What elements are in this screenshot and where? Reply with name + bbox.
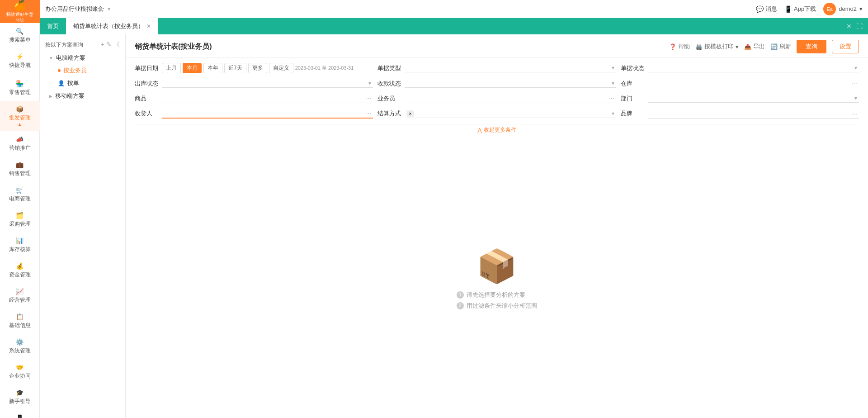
header-right: 💬 消息 📱 App下载 Ea demo2 ▾ — [756, 3, 863, 15]
filter-docstatus-cell: 单据状态 ▾ — [621, 64, 859, 72]
brand-input[interactable]: ··· — [648, 109, 859, 119]
tree-sub-by-order-label: 按单 — [67, 79, 79, 87]
receivestatus-select[interactable]: ▾ — [405, 79, 616, 88]
query-button[interactable]: 查询 — [797, 40, 826, 53]
empty-state: 📦 1 请先选择要分析的方案 2 用过滤条件来缩小分析范围 — [457, 247, 537, 313]
outstatus-label: 出库状态 — [135, 80, 162, 88]
dept-select[interactable]: ▾ — [648, 94, 859, 103]
tree-item-mobile[interactable]: ▶ 移动端方案 — [40, 90, 125, 102]
left-panel-add-btn[interactable]: + — [101, 41, 104, 49]
filter-dept-cell: 部门 ▾ — [621, 94, 859, 103]
tree-mobile: ▶ 移动端方案 — [40, 90, 125, 102]
message-btn[interactable]: 💬 消息 — [756, 5, 777, 13]
tab-window-controls: ✕ ⛶ — [841, 23, 868, 30]
consignee-input[interactable]: ··· — [162, 109, 373, 119]
filter-brand-cell: 品牌 ··· — [621, 109, 859, 119]
sidebar-item-newbie[interactable]: 🎓 新手引导 — [0, 385, 40, 410]
docstatus-chevron: ▾ — [854, 65, 857, 71]
tab-close-icon[interactable]: ✕ — [146, 23, 151, 29]
help-icon: ❓ — [669, 43, 676, 50]
step-num-2: 2 — [457, 302, 464, 309]
tree-arrow-desktop: ▼ — [49, 56, 53, 61]
tree-sub-by-staff[interactable]: 按业务员 — [40, 64, 125, 77]
date-custom[interactable]: 自定义 — [269, 63, 293, 73]
collapse-btn[interactable]: ⋀ 收起更多条件 — [477, 126, 516, 134]
outstatus-select[interactable]: ▾ — [162, 79, 373, 88]
sidebar-item-retail[interactable]: 🏪 零售管理 — [0, 76, 40, 101]
sidebar-item-app-center[interactable]: 📱 应用中心 — [0, 410, 40, 418]
collapse-icon: ⋀ — [477, 127, 482, 133]
export-btn[interactable]: 📤 导出 — [744, 43, 765, 51]
logo-subtitle: 标版 — [16, 17, 24, 23]
left-panel-collapse-btn[interactable]: 《 — [113, 41, 120, 49]
tab-sales-stat[interactable]: 销货单统计表（按业务员） ✕ — [66, 18, 158, 34]
sidebar-item-marketing[interactable]: 📣 营销推广 — [0, 131, 40, 157]
left-panel-title-text: 按以下方案查询 — [45, 41, 83, 49]
right-panel: 销货单统计表(按业务员) ❓ 帮助 🖨️ 按模板打印 ▾ 📤 导出 — [126, 34, 868, 418]
sidebar-quick-label: 快捷导航 — [9, 62, 31, 69]
sidebar-search[interactable]: 🔍 搜索菜单 — [0, 23, 40, 48]
doctype-select[interactable]: ▾ — [405, 64, 616, 72]
filter-row-2: 出库状态 ▾ 收款状态 ▾ 仓库 — [135, 79, 859, 88]
sidebar-item-purchase[interactable]: 🗂️ 采购管理 — [0, 207, 40, 233]
dept-chevron: ▾ — [854, 95, 857, 101]
left-panel-title: 按以下方案查询 + ✎ 《 — [40, 38, 125, 52]
date-last7[interactable]: 近7天 — [224, 63, 246, 73]
receivestatus-chevron: ▾ — [612, 80, 614, 86]
breadcrumb-dropdown-icon[interactable]: ▾ — [108, 5, 111, 12]
filter-settlement-cell: 结算方式 × ▾ — [377, 109, 620, 118]
page-actions: ❓ 帮助 🖨️ 按模板打印 ▾ 📤 导出 🔄 刷新 — [669, 40, 859, 53]
settlement-select[interactable]: × ▾ — [405, 109, 616, 118]
sidebar-item-operation[interactable]: 📈 经营管理 — [0, 283, 40, 309]
tab-home[interactable]: 首页 — [40, 18, 66, 34]
tab-maximize-icon[interactable]: ⛶ — [856, 23, 863, 30]
filter-row-3: 商品 ··· 业务员 ··· 部门 — [135, 94, 859, 103]
date-more[interactable]: 更多 — [248, 63, 267, 73]
user-name: demo2 — [839, 5, 857, 12]
tree-item-mobile-label: 移动端方案 — [55, 92, 85, 100]
print-btn[interactable]: 🖨️ 按模板打印 ▾ — [695, 43, 739, 51]
refresh-icon: 🔄 — [770, 43, 778, 50]
refresh-btn[interactable]: 🔄 刷新 — [770, 43, 791, 51]
tree-item-desktop-label: 电脑端方案 — [56, 54, 85, 62]
date-this-year[interactable]: 本年 — [203, 63, 222, 73]
left-panel-edit-btn[interactable]: ✎ — [106, 41, 112, 49]
sidebar-item-system[interactable]: ⚙️ 系统管理 — [0, 334, 40, 359]
filter-doctype-cell: 单据类型 ▾ — [377, 64, 620, 72]
tab-close-window-icon[interactable]: ✕ — [846, 23, 852, 30]
settlement-tag-close[interactable]: × — [406, 110, 414, 117]
date-buttons-group: 上月 本月 本年 近7天 更多 自定义 2023-03-01 至 2023-03… — [162, 63, 373, 73]
top-header: 办公用品行业模拟账套 ▾ 💬 消息 📱 App下载 Ea demo2 ▾ — [40, 0, 868, 18]
tab-sales-stat-label: 销货单统计表（按业务员） — [73, 22, 144, 30]
goods-input[interactable]: ··· — [162, 94, 373, 103]
filter-warehouse-cell: 仓库 ··· — [621, 79, 859, 88]
left-panel-actions: + ✎ 《 — [101, 41, 120, 49]
tree-item-desktop[interactable]: ▼ 电脑端方案 — [40, 52, 125, 64]
docstatus-select[interactable]: ▾ — [648, 64, 859, 72]
brand-label: 品牌 — [621, 109, 648, 118]
sidebar-item-ecommerce[interactable]: 🛒 电商管理 — [0, 182, 40, 207]
help-btn[interactable]: ❓ 帮助 — [669, 43, 690, 51]
empty-step-2-text: 用过滤条件来缩小分析范围 — [467, 302, 537, 310]
sidebar-quick-nav[interactable]: ⚡ 快捷导航 — [0, 48, 40, 74]
setting-button[interactable]: 设置 — [832, 40, 859, 53]
app-logo: 🍊 畅捷通好生意 标版 — [0, 0, 40, 23]
warehouse-input[interactable]: ··· — [648, 79, 859, 88]
active-dot — [58, 69, 61, 72]
sidebar-item-wholesale[interactable]: 📦 批发管理 ▲ — [0, 101, 40, 131]
tree-arrow-mobile: ▶ — [49, 94, 52, 99]
user-menu[interactable]: Ea demo2 ▾ — [823, 3, 863, 15]
sidebar-item-finance[interactable]: 💰 资金管理 — [0, 258, 40, 283]
date-prev-month[interactable]: 上月 — [162, 63, 181, 73]
sidebar-item-sales[interactable]: 💼 销售管理 — [0, 157, 40, 182]
app-download-btn[interactable]: 📱 App下载 — [784, 5, 816, 13]
sidebar-item-coop[interactable]: 🤝 企业协同 — [0, 359, 40, 385]
sidebar-item-inventory[interactable]: 📊 库存核算 — [0, 233, 40, 258]
staff-input[interactable]: ··· — [405, 94, 616, 103]
tree-sub-by-order[interactable]: 👤 按单 — [40, 77, 125, 90]
sidebar-item-basic[interactable]: 📋 基础信息 — [0, 309, 40, 334]
tab-home-label: 首页 — [47, 22, 59, 30]
date-label: 单据日期 — [135, 64, 162, 72]
date-this-month[interactable]: 本月 — [183, 63, 202, 73]
breadcrumb-text: 办公用品行业模拟账套 — [45, 5, 104, 13]
